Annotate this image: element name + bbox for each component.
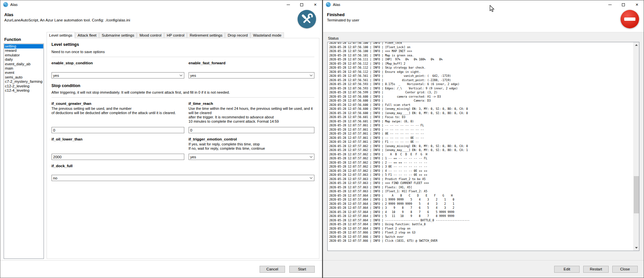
field-desc: The previous setting will be used, and t… [52,107,184,115]
list-item-event-daily-ab[interactable]: event_daily_ab [4,62,43,66]
arrow-down-icon [635,247,638,249]
tab-level-settings[interactable]: Level settings [47,32,75,39]
config-footer: Cancel Start [0,260,322,278]
tab-wasteland-mode[interactable]: Wasteland mode [250,32,284,38]
list-item-main[interactable]: main [4,66,43,71]
field-if-count-greater-than: if_count_greater_than The previous setti… [52,102,184,133]
list-item-emulator[interactable]: emulator [4,53,43,57]
tab-retirement-settings[interactable]: Retirement settings [187,32,225,38]
tab-submarine-settings[interactable]: Submarine settings [99,32,137,38]
run-header: Finished Terminated by user [323,9,644,32]
function-label: Function [4,37,44,42]
field-label: if_time_reach [189,102,314,106]
minimize-button[interactable] [603,0,617,9]
if-oil-lower-than-input[interactable] [52,154,184,160]
field-if-time-reach: if_time_reach Use the time within the ne… [189,102,314,133]
section-desc: After triggering, it will not stop immed… [52,90,314,94]
minimize-icon [608,5,612,5]
list-item-semi-auto[interactable]: semi_auto [4,75,43,79]
alas-logo-icon [326,2,331,7]
field-enable-stop-condition: enable_stop_condition yes [52,61,184,78]
list-item-c12-4-leveling[interactable]: c12-4_leveling [4,88,43,93]
list-item-reward[interactable]: reward [4,48,43,53]
tab-mood-control[interactable]: Mood control [137,32,164,38]
header-title: Alas [4,12,318,17]
field-desc: If yes, wait for reply, complete this ti… [189,142,314,151]
field-label: enable_fast_forward [189,61,314,65]
scroll-down-button[interactable] [634,245,639,251]
field-if-dock-full: if_dock_full no [52,164,314,181]
if-count-greater-than-input[interactable] [52,127,184,133]
scrollbar-track[interactable] [634,48,639,245]
mouse-cursor [489,5,495,12]
maximize-icon [622,3,625,6]
alas-run-window: Alas ✕ Finished Terminated by user Statu… [323,0,644,278]
field-desc: Use the time within the next 24 hours, t… [189,107,314,124]
chevron-down-icon [180,74,182,76]
field-label: if_count_greater_than [52,102,184,106]
close-button[interactable]: ✕ [308,0,322,9]
maximize-button[interactable] [295,0,308,9]
divider [52,97,314,98]
window-title: Alas [10,3,18,7]
log-text: 2020-05-28 12:07:56.100 | INFO | fleet_l… [329,42,632,243]
scrollbar-thumb[interactable] [634,176,639,214]
tab-hp-control[interactable]: HP control [164,32,187,38]
config-header: Alas AzurLaneAutoScript, An Azur Lane au… [0,9,322,32]
if-dock-full-select[interactable]: no [52,175,314,181]
log-scrollbar[interactable] [633,42,639,251]
form-row: if_count_greater_than The previous setti… [52,102,314,133]
close-icon: ✕ [635,3,638,7]
form-row: if_dock_full no [52,164,314,181]
desktop: Alas ✕ Alas AzurLaneAutoScript, An Azur … [0,0,644,278]
edit-button[interactable]: Edit [554,266,580,273]
field-if-oil-lower-than: if_oil_lower_than [52,137,184,160]
function-sidebar: Function setting reward emulator daily e… [4,32,44,259]
maximize-icon [300,3,303,6]
if-trigger-emotion-control-select[interactable]: yes [189,154,314,160]
config-body: Function setting reward emulator daily e… [0,32,322,260]
tab-attack-fleet[interactable]: Attack fleet [75,32,99,38]
scroll-up-button[interactable] [634,42,639,48]
list-item-c12-2-leveling[interactable]: c12-2_leveling [4,84,43,88]
arrow-up-icon [635,44,638,46]
if-time-reach-input[interactable] [189,127,314,133]
titlebar[interactable]: Alas ✕ [323,0,644,9]
field-label: if_oil_lower_than [52,137,184,141]
close-button[interactable]: ✕ [630,0,644,9]
run-footer: Edit Restart Close [323,260,644,278]
list-item-daily[interactable]: daily [4,57,43,62]
panel-heading: Level settings [52,42,314,47]
selected-value: yes [190,155,196,159]
titlebar[interactable]: Alas ✕ [0,0,322,9]
list-item-c7-2-mystery-farming[interactable]: c7-2_mystery_farming [4,79,43,84]
list-item-setting[interactable]: setting [4,44,43,48]
selected-value: yes [190,74,196,77]
tab-drop-record[interactable]: Drop record [225,32,250,38]
form-row: enable_stop_condition yes enable_fast_fo… [52,61,314,78]
field-enable-fast-forward: enable_fast_forward yes [189,61,314,78]
tab-strip: Level settings Attack fleet Submarine se… [47,32,319,38]
log-output[interactable]: 2020-05-28 12:07:56.100 | INFO | fleet_l… [327,42,639,251]
field-label: if_dock_full [52,164,314,168]
cancel-button[interactable]: Cancel [260,266,285,273]
minimize-button[interactable] [281,0,295,9]
maximize-button[interactable] [617,0,630,9]
list-item-event[interactable]: event [4,71,43,75]
function-listbox: setting reward emulator daily event_dail… [4,44,44,259]
enable-fast-forward-select[interactable]: yes [189,72,314,78]
section-heading: Stop condition [52,83,314,88]
close-action-button[interactable]: Close [612,266,638,273]
selected-value: yes [53,74,59,77]
caption-buttons: ✕ [281,0,322,9]
header-title: Finished [327,12,640,17]
tab-area: Level settings Attack fleet Submarine se… [47,32,319,259]
chevron-down-icon [310,74,312,76]
restart-button[interactable]: Restart [583,266,609,273]
close-icon: ✕ [314,3,317,7]
alas-config-window: Alas ✕ Alas AzurLaneAutoScript, An Azur … [0,0,322,278]
enable-stop-condition-select[interactable]: yes [52,72,184,78]
tools-badge [298,10,316,28]
start-button[interactable]: Start [289,266,315,273]
field-label: enable_stop_condition [52,61,184,65]
